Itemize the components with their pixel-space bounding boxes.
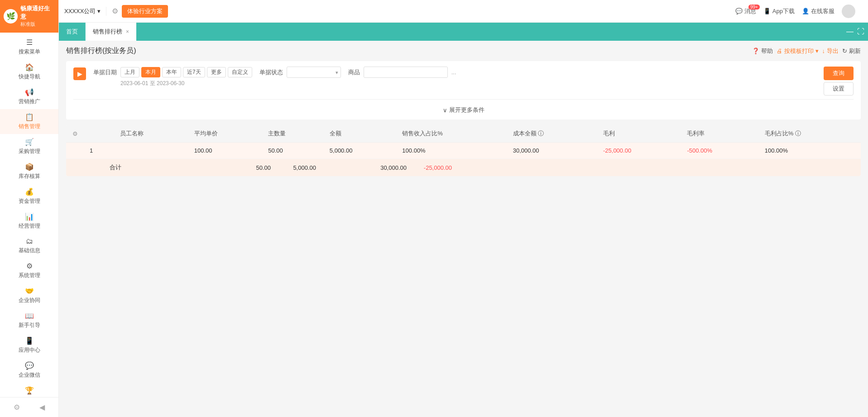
filter-fields: 单据日期 上月 本月 本年 近7天 更多 自定义 (93, 67, 816, 87)
sidebar-item-search-order[interactable]: ☰ 搜索菜单 (0, 34, 58, 59)
sidebar-item-label: 搜索菜单 (19, 48, 40, 56)
td-gear (66, 143, 84, 159)
sidebar-item-label: 应用中心 (19, 346, 40, 354)
sidebar: 🌿 畅康通好生意 标准版 ☰ 搜索菜单 🏠 快捷导航 📢 营销推广 📋 销售管理… (0, 0, 59, 417)
status-select-wrap (287, 67, 341, 78)
export-icon: ↓ (822, 48, 825, 54)
logo-icon: 🌿 (4, 9, 18, 24)
sidebar-item-member[interactable]: 🏆 畅会员 (0, 383, 58, 397)
goods-label: 商品 (348, 68, 360, 77)
table-body: 1 100.00 50.00 5,000.00 100.00% 30,000.0… (66, 143, 861, 159)
footer-gross: -25,000.00 (407, 164, 452, 171)
filter-toggle-btn[interactable]: ▶ (73, 67, 86, 80)
sidebar-item-label: 企业协同 (19, 297, 40, 304)
print-button[interactable]: 🖨 按模板打印 ▾ (777, 47, 819, 55)
company-name: XXXXX公司 (64, 7, 96, 15)
marketing-icon: 📢 (25, 88, 34, 96)
goods-more-btn[interactable]: ... (451, 69, 456, 76)
th-cost: 成本全额 ⓘ (508, 125, 598, 143)
sidebar-item-system[interactable]: ⚙ 系统管理 (0, 258, 58, 283)
tabbar-spacer (136, 23, 843, 41)
sidebar-item-label: 库存核算 (19, 173, 40, 180)
sidebar-item-label: 企业微信 (19, 371, 40, 379)
page-title: 销售排行榜(按业务员) (66, 46, 136, 56)
minimize-icon[interactable]: — (846, 28, 854, 36)
date-range-display: 2023-06-01 至 2023-06-30 (93, 80, 816, 87)
sidebar-item-weixin[interactable]: 💬 企业微信 (0, 358, 58, 383)
date-btn-7days[interactable]: 近7天 (183, 67, 205, 77)
sidebar-item-label: 快捷导航 (19, 73, 40, 81)
export-button[interactable]: ↓ 导出 (822, 47, 839, 55)
page-content: 销售排行榜(按业务员) ❓ 帮助 🖨 按模板打印 ▾ ↓ 导出 ↻ 刷新 (59, 41, 868, 417)
status-label: 单据状态 (259, 68, 283, 77)
operation-icon: 📊 (25, 212, 34, 221)
th-gross-rate: 毛利率 (681, 125, 759, 143)
td-rank: 1 (84, 143, 115, 159)
topbar: XXXXX公司 ▾ ⚙ 体验行业方案 💬 消息 99+ 📱 App下载 👤 在线… (59, 0, 868, 23)
sidebar-collapse-btn[interactable]: ◀ (38, 401, 47, 413)
online-service-button[interactable]: 👤 在线客服 (802, 7, 834, 15)
date-btn-last-month[interactable]: 上月 (120, 67, 139, 77)
maximize-icon[interactable]: ⛶ (857, 28, 864, 36)
app-center-icon: 📱 (25, 336, 34, 345)
refresh-button[interactable]: ↻ 刷新 (842, 47, 861, 55)
table-wrap: ⚙ 员工名称 平均单价 主数量 全额 销售收入占比% 成本全额 ⓘ 毛利 毛利率… (66, 125, 861, 176)
sidebar-item-operation[interactable]: 📊 经营管理 (0, 209, 58, 234)
expand-icon: ∨ (443, 107, 447, 114)
sidebar-item-label: 采购管理 (19, 148, 40, 155)
settings-button[interactable]: 设置 (824, 82, 854, 96)
sidebar-item-purchase[interactable]: 🛒 采购管理 (0, 134, 58, 159)
sidebar-item-label: 营销推广 (19, 98, 40, 105)
status-select[interactable] (287, 67, 341, 78)
app-download-button[interactable]: 📱 App下载 (763, 7, 795, 15)
sidebar-item-basic[interactable]: 🗂 基础信息 (0, 234, 58, 258)
status-filter: 单据状态 (259, 67, 341, 78)
help-button[interactable]: ❓ 帮助 (752, 47, 773, 55)
sidebar-item-sales[interactable]: 📋 销售管理 (0, 109, 58, 134)
guide-icon: 📖 (25, 312, 34, 320)
filter-actions: 查询 设置 (824, 67, 854, 96)
td-name (115, 143, 189, 159)
sidebar-item-marketing[interactable]: 📢 营销推广 (0, 84, 58, 109)
tabbar: 首页 销售排行榜 × — ⛶ (59, 23, 868, 41)
topbar-right: 💬 消息 99+ 📱 App下载 👤 在线客服 (735, 5, 863, 18)
date-btn-this-year[interactable]: 本年 (162, 67, 181, 77)
expand-more-btn[interactable]: ∨ 展开更多条件 (443, 106, 484, 114)
sidebar-item-inventory[interactable]: 📦 库存核算 (0, 159, 58, 184)
topbar-divider (106, 7, 106, 16)
sidebar-item-app-center[interactable]: 📱 应用中心 (0, 333, 58, 358)
sidebar-item-quick-nav[interactable]: 🏠 快捷导航 (0, 59, 58, 84)
weixin-icon: 💬 (25, 361, 34, 370)
logo-sub: 标准版 (20, 21, 55, 28)
tab-label: 销售排行榜 (93, 28, 122, 36)
th-name: 员工名称 (115, 125, 189, 143)
sidebar-settings-btn[interactable]: ⚙ (12, 401, 22, 413)
date-btn-custom[interactable]: 自定义 (228, 67, 252, 77)
trial-button[interactable]: 体验行业方案 (122, 5, 168, 18)
sidebar-item-finance[interactable]: 💰 资金管理 (0, 184, 58, 209)
sidebar-item-collab[interactable]: 🤝 企业协同 (0, 283, 58, 308)
tab-close-icon[interactable]: × (126, 29, 129, 35)
inventory-icon: 📦 (25, 163, 34, 171)
avatar[interactable] (842, 5, 855, 18)
date-btn-this-month[interactable]: 本月 (141, 67, 160, 77)
tabbar-actions: — ⛶ (843, 23, 868, 41)
settings-icon[interactable]: ⚙ (112, 7, 118, 15)
message-button[interactable]: 💬 消息 99+ (735, 7, 756, 15)
sidebar-item-label: 资金管理 (19, 197, 40, 205)
td-gross: -25,000.00 (598, 143, 681, 159)
gear-icon[interactable]: ⚙ (72, 130, 78, 137)
tab-sales-ranking[interactable]: 销售排行榜 × (86, 23, 136, 41)
query-button[interactable]: 查询 (824, 67, 854, 80)
tab-home[interactable]: 首页 (59, 23, 86, 41)
table-footer: 合计 50.00 5,000.00 30,000.00 -25,000.00 (66, 159, 861, 176)
date-btn-more[interactable]: 更多 (207, 67, 226, 77)
table-header-row: ⚙ 员工名称 平均单价 主数量 全额 销售收入占比% 成本全额 ⓘ 毛利 毛利率… (66, 125, 861, 143)
td-amount: 5,000.00 (324, 143, 397, 159)
service-label: 在线客服 (811, 7, 834, 15)
sidebar-item-label: 系统管理 (19, 272, 40, 279)
sidebar-item-guide[interactable]: 📖 新手引导 (0, 308, 58, 333)
company-selector[interactable]: XXXXX公司 ▾ (64, 7, 101, 15)
goods-input[interactable] (364, 67, 448, 78)
footer-qty: 50.00 (235, 164, 271, 171)
